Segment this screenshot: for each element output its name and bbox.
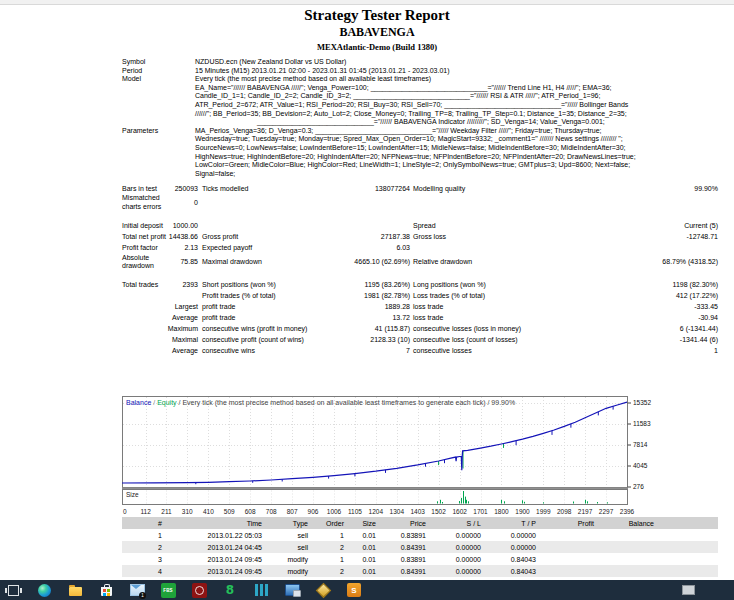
edge-browser-icon[interactable] (36, 582, 52, 598)
info-value: 15 Minutes (M15) 2013.01.21 02:00 - 2023… (195, 67, 718, 76)
stat-row: Bars in test250093Ticks modelled13807726… (122, 183, 718, 194)
table-cell (658, 529, 718, 541)
gold-diamond-app-icon-glyph (315, 582, 331, 598)
stat-label: profit trade (202, 314, 235, 323)
remote-desktop-app-icon-glyph (285, 584, 300, 596)
summary-stats: Bars in test250093Ticks modelled13807726… (122, 183, 718, 356)
table-cell: 1 (122, 529, 166, 541)
table-row: 32013.01.24 09:45modify10.010.838910.000… (122, 553, 718, 565)
fbs-app-icon-glyph: FBS (161, 583, 176, 598)
teal-bars-app-icon[interactable] (253, 582, 269, 598)
svg-text:2297: 2297 (599, 508, 614, 515)
stat-row: Profit trades (% of total)1981 (82.78%)L… (122, 291, 718, 302)
stat-label: Ticks modelled (202, 185, 248, 194)
table-cell: 0.83891 (380, 553, 430, 565)
gold-diamond-app-icon[interactable] (315, 582, 331, 598)
stat-group: consecutive losses1 (413, 347, 718, 356)
info-row: ModelEvery tick (the most precise method… (122, 75, 718, 84)
fbs-app-icon[interactable]: FBS (160, 582, 176, 598)
stat-value: 2.13 (184, 244, 198, 253)
stat-group: Maximal drawdown4665.10 (62.69%) (202, 258, 410, 267)
stat-label: Gross profit (202, 233, 238, 242)
stat-row: Absolute drawdown75.85Maximal drawdown46… (122, 254, 718, 271)
table-cell: 0.00000 (485, 529, 540, 541)
stat-group: loss trade-30.94 (413, 314, 718, 323)
svg-text:Balance / Equity / Every tick: Balance / Equity / Every tick (the most … (126, 399, 515, 407)
microsoft-store-icon-glyph (101, 587, 112, 596)
stat-label: Absolute drawdown (122, 254, 174, 271)
orange-app-icon-glyph: S (347, 583, 361, 597)
stat-group: consecutive profit (count of wins)2128.3… (202, 336, 410, 345)
app-label: FBS (163, 588, 173, 593)
table-row: 42013.01.24 09:45modify20.010.843910.000… (122, 565, 718, 577)
browser-edge-strip (0, 0, 734, 5)
table-cell (658, 565, 718, 577)
stat-label: Mismatched charts errors (122, 194, 174, 211)
parameter-line: HighNews=true; HighIndentBefore=20; High… (195, 153, 718, 162)
stat-value: 412 (17.22%) (676, 292, 718, 301)
table-cell: 2013.01.22 05:03 (166, 529, 266, 541)
mail-icon[interactable]: 1 (129, 582, 145, 598)
stat-label: Bars in test (122, 185, 157, 194)
tray-chart-icon[interactable] (680, 582, 696, 598)
table-cell: sell (266, 529, 312, 541)
stat-row: Averageprofit trade13.72loss trade-30.94 (122, 313, 718, 324)
stat-value: 68.79% (4318.52) (662, 258, 718, 267)
column-header: # (122, 517, 166, 529)
stat-row: Maximalconsecutive profit (count of wins… (122, 335, 718, 346)
svg-text:1006: 1006 (327, 508, 342, 515)
svg-text:1900: 1900 (515, 508, 530, 515)
stat-value: 75.85 (180, 258, 198, 267)
stat-value: Maximal (172, 336, 198, 345)
svg-text:608: 608 (245, 508, 256, 515)
column-header: Type (266, 517, 312, 529)
parameters-lines: EA_Name="////// BABAVENGA /////"; Venga_… (195, 84, 718, 179)
svg-text:1204: 1204 (369, 508, 384, 515)
stat-value: Maximum (168, 325, 198, 334)
svg-text:2098: 2098 (557, 508, 572, 515)
stat-label: Profit trades (% of total) (202, 292, 276, 301)
table-cell: 2013.01.24 09:45 (166, 553, 266, 565)
remote-desktop-app-icon[interactable] (284, 582, 300, 598)
stat-label: consecutive loss (count of losses) (413, 336, 518, 345)
stat-group: Loss trades (% of total)412 (17.22%) (413, 292, 718, 301)
file-explorer-icon[interactable] (67, 582, 83, 598)
column-header: S / L (430, 517, 485, 529)
red-app-icon[interactable] (191, 582, 207, 598)
parameter-line: Signal=false; (195, 170, 718, 179)
svg-text:7814: 7814 (633, 441, 648, 448)
table-cell (598, 529, 658, 541)
stat-group: Absolute drawdown75.85 (122, 254, 198, 271)
stat-value: 0 (194, 199, 198, 208)
stat-group: Maximum (122, 325, 198, 334)
svg-text:15352: 15352 (633, 399, 651, 406)
green-8-app-icon[interactable]: 8 (222, 582, 238, 598)
orange-app-icon[interactable]: S (346, 582, 362, 598)
stat-label: Total net profit (122, 233, 166, 242)
table-row: 22013.01.24 04:45sell20.010.843910.00000… (122, 541, 718, 553)
table-cell: 0.01 (348, 565, 380, 577)
stat-group: Relative drawdown68.79% (4318.52) (413, 258, 718, 267)
parameters-block: Parameters EA_Name="////// BABAVENGA ///… (122, 84, 718, 179)
report-header: Strategy Tester Report BABAVENGA MEXAtla… (20, 7, 734, 52)
table-cell (540, 541, 598, 553)
app-label: 8 (226, 583, 234, 597)
microsoft-store-icon[interactable] (98, 582, 114, 598)
stat-group: Average (122, 347, 198, 356)
stat-value: 99.90% (694, 185, 718, 194)
stat-row: Initial deposit1000.00SpreadCurrent (5) (122, 221, 718, 232)
table-cell: 0.01 (348, 529, 380, 541)
info-row: SymbolNZDUSD.ecn (New Zealand Dollar vs … (122, 58, 718, 67)
info-label: Symbol (122, 58, 195, 67)
table-cell: 4 (122, 565, 166, 577)
stat-label: profit trade (202, 303, 235, 312)
stat-value: -30.94 (698, 314, 718, 323)
table-cell: 0.00000 (485, 541, 540, 553)
stat-value: 1195 (83.26%) (365, 281, 410, 290)
svg-text:2396: 2396 (620, 508, 635, 515)
stat-value: 14438.66 (169, 233, 198, 242)
stat-value: 250093 (175, 185, 198, 194)
task-view-icon[interactable] (5, 582, 21, 598)
app-label: S (351, 586, 356, 595)
stat-group: Total net profit14438.66 (122, 233, 198, 242)
